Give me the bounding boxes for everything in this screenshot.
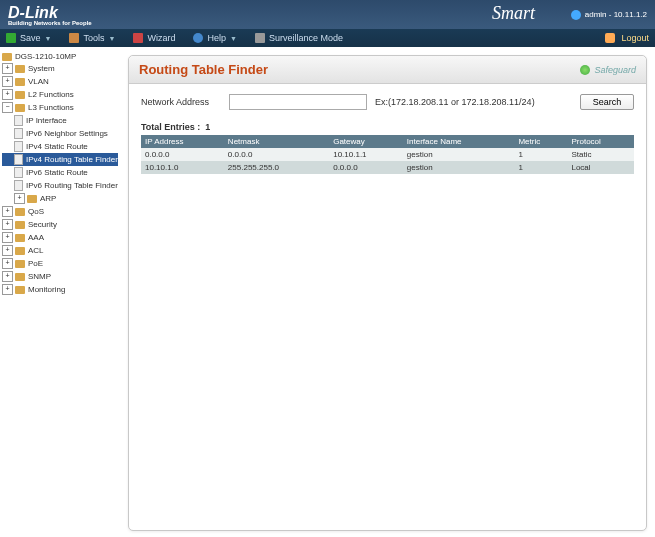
col-protocol: Protocol: [567, 135, 634, 148]
tree-toggle-icon[interactable]: +: [2, 245, 13, 256]
tree-item-l3-functions[interactable]: −L3 Functions: [2, 101, 118, 114]
page-icon: [14, 154, 23, 165]
logout-icon: [605, 33, 615, 43]
tree-item-security[interactable]: +Security: [2, 218, 118, 231]
table-row[interactable]: 0.0.0.00.0.0.010.10.1.1gestion1Static: [141, 148, 634, 161]
tree-item-ipv6-routing-table-finder[interactable]: IPv6 Routing Table Finder: [2, 179, 118, 192]
tree-toggle-icon[interactable]: +: [2, 232, 13, 243]
tree-toggle-icon[interactable]: +: [2, 219, 13, 230]
tree-toggle-icon[interactable]: +: [14, 193, 25, 204]
page-icon: [14, 167, 23, 178]
folder-icon: [15, 104, 25, 112]
col-ip-address: IP Address: [141, 135, 224, 148]
panel: Routing Table Finder Safeguard Network A…: [128, 55, 647, 531]
tree-item-poe[interactable]: +PoE: [2, 257, 118, 270]
tree-toggle-icon[interactable]: +: [2, 258, 13, 269]
main: DGS-1210-10MP +System+VLAN+L2 Functions−…: [0, 47, 655, 537]
header: D-Link Building Networks for People Smar…: [0, 0, 655, 29]
chevron-down-icon: ▼: [108, 35, 115, 42]
chevron-down-icon: ▼: [45, 35, 52, 42]
menu-help[interactable]: Help▼: [193, 33, 236, 43]
tree-toggle-icon[interactable]: +: [2, 284, 13, 295]
folder-icon: [15, 247, 25, 255]
tree-toggle-icon[interactable]: +: [2, 89, 13, 100]
tree-toggle-icon[interactable]: +: [2, 63, 13, 74]
table-row[interactable]: 10.10.1.0255.255.255.00.0.0.0gestion1Loc…: [141, 161, 634, 174]
wizard-icon: [133, 33, 143, 43]
safeguard-badge: Safeguard: [580, 65, 636, 75]
logo-main: D-Link: [8, 4, 58, 21]
tree-item-ipv4-routing-table-finder[interactable]: IPv4 Routing Table Finder: [2, 153, 118, 166]
search-row: Network Address Ex:(172.18.208.11 or 172…: [141, 94, 634, 110]
tree-item-ipv6-static-route[interactable]: IPv6 Static Route: [2, 166, 118, 179]
chevron-down-icon: ▼: [230, 35, 237, 42]
page-icon: [14, 115, 23, 126]
logo-sub: Building Networks for People: [8, 20, 92, 26]
page-icon: [14, 141, 23, 152]
admin-text: admin - 10.11.1.2: [585, 10, 647, 19]
help-icon: [193, 33, 203, 43]
tree-item-vlan[interactable]: +VLAN: [2, 75, 118, 88]
tree-item-arp[interactable]: +ARP: [2, 192, 118, 205]
panel-header: Routing Table Finder Safeguard: [129, 56, 646, 84]
menubar: Save▼ Tools▼ Wizard Help▼ Surveillance M…: [0, 29, 655, 47]
menu-wizard[interactable]: Wizard: [133, 33, 175, 43]
tree-item-ipv4-static-route[interactable]: IPv4 Static Route: [2, 140, 118, 153]
menu-tools[interactable]: Tools▼: [69, 33, 115, 43]
tree-toggle-icon[interactable]: +: [2, 76, 13, 87]
tree-item-acl[interactable]: +ACL: [2, 244, 118, 257]
search-label: Network Address: [141, 97, 221, 107]
tree-item-qos[interactable]: +QoS: [2, 205, 118, 218]
folder-icon: [15, 234, 25, 242]
entries-total: Total Entries : 1: [141, 122, 634, 132]
tree-item-system[interactable]: +System: [2, 62, 118, 75]
panel-body: Network Address Ex:(172.18.208.11 or 172…: [129, 84, 646, 184]
tree-item-ip-interface[interactable]: IP Interface: [2, 114, 118, 127]
tree-item-snmp[interactable]: +SNMP: [2, 270, 118, 283]
brand-logo: D-Link Building Networks for People: [8, 4, 92, 26]
tree-item-aaa[interactable]: +AAA: [2, 231, 118, 244]
folder-icon: [15, 65, 25, 73]
page-icon: [14, 128, 23, 139]
col-gateway: Gateway: [329, 135, 403, 148]
tree-toggle-icon[interactable]: −: [2, 102, 13, 113]
col-netmask: Netmask: [224, 135, 329, 148]
admin-info: admin - 10.11.1.2: [571, 10, 647, 20]
route-table: IP AddressNetmaskGatewayInterface NameMe…: [141, 135, 634, 174]
tree-item-monitoring[interactable]: +Monitoring: [2, 283, 118, 296]
folder-icon: [15, 208, 25, 216]
tree-toggle-icon[interactable]: +: [2, 206, 13, 217]
menu-save[interactable]: Save▼: [6, 33, 51, 43]
col-metric: Metric: [514, 135, 567, 148]
menu-left: Save▼ Tools▼ Wizard Help▼ Surveillance M…: [6, 33, 343, 43]
tree-toggle-icon[interactable]: +: [2, 271, 13, 282]
save-icon: [6, 33, 16, 43]
panel-title: Routing Table Finder: [139, 62, 268, 77]
network-address-input[interactable]: [229, 94, 367, 110]
folder-icon: [27, 195, 37, 203]
folder-icon: [15, 91, 25, 99]
search-button[interactable]: Search: [580, 94, 634, 110]
folder-icon: [15, 221, 25, 229]
tree-item-ipv6-neighbor-settings[interactable]: IPv6 Neighbor Settings: [2, 127, 118, 140]
folder-icon: [15, 78, 25, 86]
folder-icon: [15, 260, 25, 268]
content: Routing Table Finder Safeguard Network A…: [120, 47, 655, 537]
menu-surveillance[interactable]: Surveillance Mode: [255, 33, 343, 43]
surveillance-icon: [255, 33, 265, 43]
safeguard-icon: [580, 65, 590, 75]
user-icon: [571, 10, 581, 20]
tools-icon: [69, 33, 79, 43]
logout-link[interactable]: Logout: [621, 33, 649, 43]
tree-item-l2-functions[interactable]: +L2 Functions: [2, 88, 118, 101]
sidebar: DGS-1210-10MP +System+VLAN+L2 Functions−…: [0, 47, 120, 537]
folder-icon: [15, 273, 25, 281]
folder-icon: [15, 286, 25, 294]
page-icon: [14, 180, 23, 191]
menu-right: Logout: [605, 33, 649, 43]
smart-logo: Smart: [492, 3, 535, 24]
search-example: Ex:(172.18.208.11 or 172.18.208.11/24): [375, 97, 535, 107]
col-interface-name: Interface Name: [403, 135, 515, 148]
tree-root[interactable]: DGS-1210-10MP: [2, 51, 118, 62]
device-icon: [2, 53, 12, 61]
